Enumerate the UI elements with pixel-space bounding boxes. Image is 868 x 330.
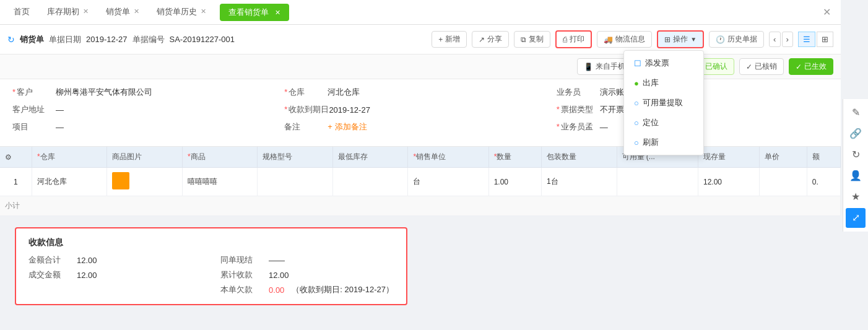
- row-unit-price: [760, 168, 807, 196]
- mobile-icon: 📱: [584, 63, 593, 71]
- view-grid-button[interactable]: ⊞: [817, 32, 833, 47]
- dropdown-available-qty[interactable]: ○ 可用量提取: [624, 93, 703, 113]
- table-header-row: ⚙ *仓库 商品图片 *商品 规格型号 最低库存 *销售单位 *数量 包装数量 …: [0, 147, 841, 168]
- add-button[interactable]: + 新增: [432, 31, 467, 48]
- nav-next-button[interactable]: ›: [782, 32, 793, 47]
- copy-button[interactable]: ⧉ 复制: [514, 31, 550, 48]
- share-button[interactable]: ↗ 分享: [472, 31, 509, 48]
- col-current-stock: 现存量: [698, 147, 760, 168]
- project-field: 项目 —: [12, 121, 284, 132]
- tab-view-sales-btn[interactable]: 查看销货单 ✕: [220, 4, 289, 21]
- dropdown-locate[interactable]: ○ 定位: [624, 113, 703, 132]
- operation-dropdown-menu: ☐ 添发票 ● 出库 ○ 可用量提取 ○ 定位: [623, 50, 704, 155]
- tab-inventory-init[interactable]: 库存期初 ✕: [38, 0, 97, 25]
- voided-icon: ✓: [746, 63, 752, 71]
- col-unit-price: 单价: [760, 147, 807, 168]
- tab-sales-order[interactable]: 销货单 ✕: [97, 0, 148, 25]
- dropdown-outbound[interactable]: ● 出库: [624, 73, 703, 93]
- sidebar-star-icon[interactable]: ★: [846, 187, 866, 207]
- sidebar-edit-icon[interactable]: ✎: [846, 103, 866, 123]
- form-row-1: 客户 柳州粤港平安气体有限公司 仓库 河北仓库 业务员 演示账号: [12, 87, 828, 98]
- logistics-button[interactable]: 🚚 物流信息: [597, 31, 652, 48]
- effective-btn[interactable]: ✓ 已生效: [789, 58, 833, 75]
- col-quantity: *数量: [488, 147, 541, 168]
- row-available: [617, 168, 698, 196]
- row-min-stock: [332, 168, 408, 196]
- row-sales-unit: 台: [408, 168, 488, 196]
- col-warehouse: *仓库: [32, 147, 107, 168]
- warehouse-value: 河北仓库: [328, 87, 360, 98]
- date-label: 单据日期: [49, 34, 81, 45]
- number-value: SA-20191227-001: [170, 35, 235, 44]
- nav-prev-button[interactable]: ‹: [769, 32, 780, 47]
- tab-close-sales[interactable]: ✕: [134, 7, 139, 15]
- staff2-value: —: [600, 123, 608, 132]
- available-icon: ○: [634, 98, 639, 108]
- customer-field: 客户 柳州粤港平安气体有限公司: [12, 87, 284, 98]
- operation-icon: ⊞: [664, 35, 671, 44]
- tab-close-history[interactable]: ✕: [201, 7, 206, 15]
- sidebar-rotate-icon[interactable]: ↻: [846, 145, 866, 165]
- sub-toolbar: 📱 来自手机 🎫 未开票 ✓ 已确认 ✓ 已核销 ✓ 已生效: [0, 54, 841, 79]
- note-label: 备注: [284, 121, 328, 132]
- summary-order-balance: 本单欠款 0.00 （收款到期日: 2019-12-27）: [220, 284, 394, 295]
- summary-box: 收款信息 金额合计 12.00 同单现结 —— 成交金额 12.00 累计收款 …: [15, 227, 407, 305]
- doc-title-area: ↻ 销货单 单据日期 2019-12-27 单据编号 SA-20191227-0…: [7, 34, 235, 45]
- add-invoice-icon: ☐: [634, 59, 641, 68]
- due-date-label: 收款到期日: [284, 104, 329, 115]
- doc-type-label: 销货单: [20, 34, 44, 45]
- date-value: 2019-12-27: [86, 35, 128, 44]
- col-spec: 规格型号: [258, 147, 333, 168]
- row-no: 1: [0, 168, 32, 196]
- warehouse-field: 仓库 河北仓库: [284, 87, 556, 98]
- tab-bar: 首页 库存期初 ✕ 销货单 ✕ 销货单历史 ✕ 查看销货单 ✕ ✕: [0, 0, 841, 25]
- col-product-img: 商品图片: [107, 147, 183, 168]
- due-date-value: 2019-12-27: [329, 105, 370, 115]
- dropdown-add-invoice[interactable]: ☐ 添发票: [624, 53, 703, 73]
- summary-section: 收款信息 金额合计 12.00 同单现结 —— 成交金额 12.00 累计收款 …: [0, 216, 841, 316]
- row-amount: 0.: [807, 168, 840, 196]
- logistics-icon: 🚚: [604, 35, 613, 44]
- refresh-icon: ○: [634, 138, 639, 147]
- staff2-label: 业务员孟: [557, 121, 600, 132]
- summary-deal-amount: 成交金额 12.00: [28, 269, 202, 280]
- form-row-3: 项目 — 备注 添加备注 业务员孟 —: [12, 121, 828, 132]
- sidebar-link-icon[interactable]: 🔗: [846, 124, 866, 144]
- ticket-type-label: 票据类型: [557, 104, 600, 115]
- number-label: 单据编号: [132, 34, 165, 45]
- print-button[interactable]: ⎙ 打印: [555, 30, 592, 48]
- row-pack-qty: 1台: [542, 168, 617, 196]
- customer-value: 柳州粤港平安气体有限公司: [56, 87, 152, 98]
- view-list-button[interactable]: ☰: [798, 32, 815, 47]
- history-button[interactable]: 🕐 历史单据: [709, 31, 764, 48]
- product-image: [112, 172, 129, 189]
- row-product-img: [107, 168, 183, 196]
- tab-sales-history[interactable]: 销货单历史 ✕: [148, 0, 215, 25]
- operation-button[interactable]: ⊞ 操作 ▼: [657, 30, 704, 48]
- plus-icon: +: [438, 35, 443, 44]
- outbound-icon: ●: [634, 79, 639, 88]
- col-amount: 额: [807, 147, 840, 168]
- sidebar-person-icon[interactable]: 👤: [846, 166, 866, 186]
- summary-same-order-settlement: 同单现结 ——: [220, 254, 394, 266]
- copy-icon: ⧉: [521, 35, 526, 44]
- add-note-btn[interactable]: 添加备注: [328, 121, 367, 132]
- dropdown-arrow-icon: ▼: [690, 36, 697, 43]
- dropdown-refresh[interactable]: ○ 刷新: [624, 132, 703, 152]
- note-field: 备注 添加备注: [284, 121, 556, 132]
- voided-btn[interactable]: ✓ 已核销: [739, 58, 784, 75]
- ticket-type-value: 不开票: [600, 104, 624, 115]
- history-icon: 🕐: [716, 35, 725, 44]
- sidebar-expand-icon[interactable]: ⤢: [846, 208, 866, 228]
- product-table-wrap: ⚙ *仓库 商品图片 *商品 规格型号 最低库存 *销售单位 *数量 包装数量 …: [0, 147, 841, 216]
- form-area: 客户 柳州粤港平安气体有限公司 仓库 河北仓库 业务员 演示账号 客户地址 — …: [0, 79, 841, 147]
- close-all-tabs[interactable]: ✕: [818, 4, 836, 20]
- tab-home[interactable]: 首页: [5, 0, 38, 25]
- doc-icon: ↻: [7, 35, 15, 45]
- tab-close-inventory[interactable]: ✕: [83, 7, 89, 15]
- right-sidebar: ✎ 🔗 ↻ 👤 ★ ⤢: [843, 99, 868, 232]
- tab-close-view[interactable]: ✕: [275, 9, 280, 16]
- project-value: —: [56, 123, 64, 132]
- summary-cumulative-receipt: 累计收款 12.00: [220, 269, 394, 280]
- row-quantity: 1.00: [488, 168, 541, 196]
